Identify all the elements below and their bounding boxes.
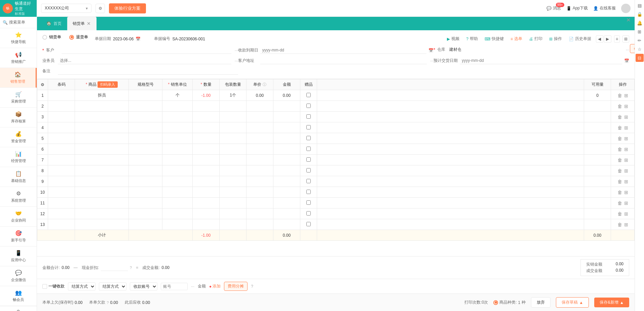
delete-icon[interactable]: 🗑: [617, 200, 622, 206]
row-spec-1[interactable]: [129, 90, 162, 101]
row-amount-1[interactable]: 0.00: [273, 90, 300, 101]
sidebar-item-operation[interactable]: 📊 经营管理: [0, 147, 37, 167]
save-new-button[interactable]: 保存&新增 ▲: [594, 298, 629, 307]
row-product-1[interactable]: 拆员: [75, 90, 129, 101]
sidebar-item-inventory[interactable]: 📦 库存核算: [0, 108, 37, 127]
sidebar-item-purchase[interactable]: 🛒 采购管理: [0, 88, 37, 108]
account-dots[interactable]: ···: [191, 284, 194, 289]
user-avatar[interactable]: [621, 4, 631, 13]
payment-calendar-icon[interactable]: 📅: [428, 48, 433, 53]
settings-gear-button[interactable]: ⚙: [96, 4, 105, 13]
sidebar-item-sales[interactable]: 🏠 销售管理: [0, 68, 37, 88]
row-gift-1[interactable]: [300, 90, 317, 101]
delivery-calendar-icon[interactable]: 📅: [624, 59, 629, 63]
gift-checkbox[interactable]: [306, 147, 311, 151]
delete-icon[interactable]: 🗑: [617, 147, 622, 152]
grid-view-btn[interactable]: ⊞: [622, 35, 629, 43]
sidebar-item-member[interactable]: 👥 畅会员: [0, 286, 37, 306]
row-unit-1[interactable]: 个: [162, 90, 193, 101]
copy-icon[interactable]: ⊞: [624, 136, 628, 141]
add-payment-button[interactable]: ● 添加: [209, 283, 221, 289]
delete-icon[interactable]: 🗑: [617, 179, 622, 184]
radio-sales-order[interactable]: 销货单: [42, 34, 61, 40]
delete-icon[interactable]: 🗑: [617, 168, 622, 173]
company-selector[interactable]: XXXXXX公司 ▾: [41, 4, 91, 13]
copy-icon[interactable]: ⊞: [624, 125, 628, 130]
gift-checkbox[interactable]: [306, 190, 311, 194]
row-barcode-1[interactable]: [48, 90, 75, 101]
date-value[interactable]: 2023-06-06: [113, 37, 134, 41]
delete-icon[interactable]: 🗑: [617, 190, 622, 195]
sidebar-item-enterprise[interactable]: 🤝 企业协同: [0, 207, 37, 227]
rp-btn-3[interactable]: 🔔: [636, 19, 644, 27]
copy-icon[interactable]: ⊞: [624, 211, 628, 217]
expected-delivery-input[interactable]: [460, 57, 622, 64]
calc-method-select[interactable]: 结算方式: [99, 282, 126, 290]
copy-icon[interactable]: ⊞: [624, 222, 628, 227]
sidebar-item-wechat[interactable]: 💬 企业微信: [0, 266, 37, 286]
sidebar-item-app-center[interactable]: 📱 应用中心: [0, 246, 37, 266]
sidebar-item-system[interactable]: ⚙ 系统管理: [0, 187, 37, 207]
copy-icon[interactable]: ⊞: [624, 114, 628, 120]
payment-method-select[interactable]: 结算方式: [68, 282, 96, 290]
prev-btn[interactable]: ◀: [596, 35, 603, 43]
expense-allocation-button[interactable]: 费用分摊: [224, 282, 248, 291]
gift-checkbox-1[interactable]: [306, 93, 311, 97]
history-btn[interactable]: 📄 历史单据: [567, 35, 593, 43]
salesperson-input[interactable]: [58, 57, 231, 64]
warehouse-dots[interactable]: ···: [626, 47, 629, 52]
search-menu-item[interactable]: 🔍 搜索菜单: [0, 17, 37, 28]
choose-btn[interactable]: ≡ 选单: [508, 35, 524, 43]
delete-icon[interactable]: 🗑: [617, 125, 622, 130]
discount-input[interactable]: [101, 265, 128, 271]
account-select[interactable]: 收款账号: [130, 282, 157, 290]
copy-icon-1[interactable]: ⊞: [624, 93, 628, 98]
row-notes-1[interactable]: [317, 90, 584, 101]
gift-checkbox[interactable]: [306, 157, 311, 162]
row-price-1[interactable]: 0.00: [247, 90, 273, 101]
customer-input[interactable]: [62, 47, 231, 54]
tab-sales-order[interactable]: 销货单 ✕: [67, 17, 97, 30]
message-button[interactable]: 💬 消息 99+: [546, 5, 561, 11]
sidebar-item-finance[interactable]: 💰 资金管理: [0, 127, 37, 147]
delete-icon[interactable]: 🗑: [617, 157, 622, 163]
discard-button[interactable]: 放弃: [531, 297, 551, 308]
ops-btn[interactable]: ⊞ 操作: [547, 35, 564, 43]
save-draft-button[interactable]: 保存草稿 ▲: [556, 297, 589, 308]
delete-icon[interactable]: 🗑: [617, 136, 622, 141]
goods-type-radio[interactable]: [493, 300, 498, 305]
gift-checkbox[interactable]: [306, 125, 311, 129]
sidebar-item-onboarding[interactable]: 🎯 新手引导: [0, 227, 37, 246]
gift-checkbox[interactable]: [306, 104, 311, 108]
gift-checkbox[interactable]: [306, 200, 311, 205]
copy-icon[interactable]: ⊞: [624, 147, 628, 152]
rp-btn-7[interactable]: ⊟: [636, 54, 644, 62]
sidebar-item-quick-nav[interactable]: ⭐ 快捷导航: [0, 28, 37, 48]
tab-close-icon[interactable]: ✕: [87, 21, 91, 26]
gift-checkbox[interactable]: [306, 136, 311, 140]
gift-checkbox[interactable]: [306, 211, 311, 216]
print-btn[interactable]: 🖨 打印: [527, 35, 544, 43]
online-service-button[interactable]: 👤 在线客服: [593, 5, 616, 11]
gift-checkbox[interactable]: [306, 114, 311, 119]
row-pack-qty-1[interactable]: 1个: [220, 90, 247, 101]
delete-icon[interactable]: 🗑: [617, 211, 622, 217]
salesperson-dots[interactable]: ···: [235, 59, 238, 63]
gift-checkbox[interactable]: [306, 168, 311, 172]
delete-icon[interactable]: 🗑: [617, 114, 622, 120]
copy-icon[interactable]: ⊞: [624, 168, 628, 173]
settings-btn[interactable]: ⚙ ⚙ 设置: [630, 44, 635, 53]
app-download-button[interactable]: 📱 App下载: [566, 5, 588, 11]
sidebar-item-marketing[interactable]: 📢 营销推广: [0, 48, 37, 68]
notes-input[interactable]: [58, 68, 238, 75]
copy-icon[interactable]: ⊞: [624, 104, 628, 109]
delete-icon-1[interactable]: 🗑: [617, 93, 622, 98]
addr-dots[interactable]: ···: [430, 59, 433, 63]
list-view-btn[interactable]: ≡: [614, 35, 620, 43]
copy-icon[interactable]: ⊞: [624, 157, 628, 163]
shortcut-btn[interactable]: ⌨ 快捷键: [483, 35, 506, 43]
window-close-button[interactable]: ✕: [626, 17, 631, 30]
tab-home[interactable]: 🏠 首页: [41, 17, 67, 30]
delete-icon[interactable]: 🗑: [617, 222, 622, 227]
rp-btn-4[interactable]: ⊞: [636, 28, 644, 36]
